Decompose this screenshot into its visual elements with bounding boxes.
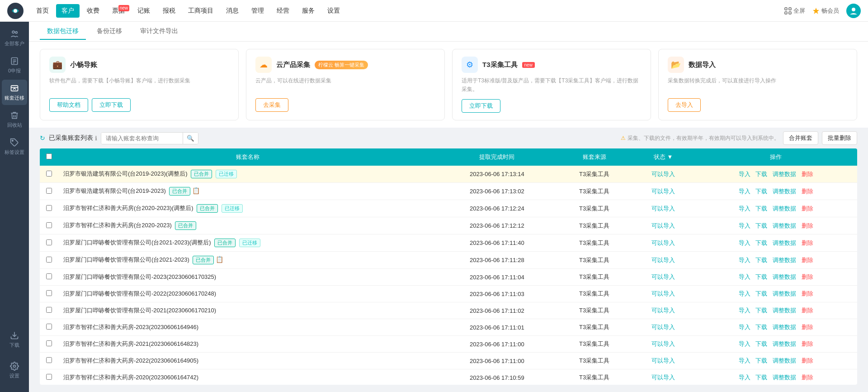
fullscreen-button[interactable]: 全屏 bbox=[784, 7, 805, 15]
import-link[interactable]: 导入 bbox=[739, 307, 750, 314]
card3-download-btn[interactable]: 立即下载 bbox=[462, 99, 500, 113]
row-checkbox-2[interactable] bbox=[46, 205, 52, 211]
adjust-link[interactable]: 调整数据 bbox=[773, 188, 796, 195]
download-link[interactable]: 下载 bbox=[755, 357, 767, 364]
row-checkbox-6[interactable] bbox=[46, 273, 52, 279]
import-link[interactable]: 导入 bbox=[739, 239, 750, 246]
adjust-link[interactable]: 调整数据 bbox=[773, 374, 796, 381]
search-input[interactable] bbox=[101, 133, 183, 144]
import-link[interactable]: 导入 bbox=[739, 340, 750, 347]
download-link[interactable]: 下载 bbox=[755, 171, 767, 177]
delete-link[interactable]: 删除 bbox=[802, 205, 813, 212]
tab-data-migrate[interactable]: 数据包迁移 bbox=[40, 24, 86, 40]
import-link[interactable]: 导入 bbox=[739, 290, 750, 297]
download-link[interactable]: 下载 bbox=[755, 239, 767, 246]
nav-charge[interactable]: 收费 bbox=[81, 4, 105, 18]
info-icon[interactable]: ℹ bbox=[95, 135, 97, 142]
import-link[interactable]: 导入 bbox=[739, 257, 750, 263]
tab-audit-export[interactable]: 审计文件导出 bbox=[133, 24, 185, 40]
sidebar-item-tag-settings[interactable]: 标签设置 bbox=[2, 134, 27, 159]
row-checkbox-5[interactable] bbox=[46, 257, 52, 263]
adjust-link[interactable]: 调整数据 bbox=[773, 257, 796, 263]
delete-link[interactable]: 删除 bbox=[802, 171, 813, 177]
row-checkbox-8[interactable] bbox=[46, 307, 52, 313]
adjust-link[interactable]: 调整数据 bbox=[773, 290, 796, 297]
nav-commerce[interactable]: 工商项目 bbox=[183, 4, 219, 18]
nav-bookkeep[interactable]: 记账 bbox=[132, 4, 156, 18]
adjust-link[interactable]: 调整数据 bbox=[773, 205, 796, 212]
import-link[interactable]: 导入 bbox=[739, 171, 750, 177]
delete-link[interactable]: 删除 bbox=[802, 188, 813, 195]
download-link[interactable]: 下载 bbox=[755, 188, 767, 195]
sidebar-item-all-clients[interactable]: 全部客户 bbox=[2, 25, 27, 51]
card1-help-btn[interactable]: 帮助文档 bbox=[49, 98, 88, 112]
import-link[interactable]: 导入 bbox=[739, 188, 750, 195]
user-avatar[interactable] bbox=[846, 4, 861, 18]
import-link[interactable]: 导入 bbox=[739, 205, 750, 212]
sidebar-item-settings[interactable]: 设置 bbox=[2, 358, 27, 383]
download-link[interactable]: 下载 bbox=[755, 257, 767, 263]
row-checkbox-0[interactable] bbox=[46, 171, 52, 177]
delete-link[interactable]: 删除 bbox=[802, 374, 813, 381]
import-link[interactable]: 导入 bbox=[739, 222, 750, 229]
delete-link[interactable]: 删除 bbox=[802, 340, 813, 347]
sidebar-item-migrate[interactable]: 账套迁移 bbox=[2, 80, 27, 105]
row-checkbox-1[interactable] bbox=[46, 188, 52, 194]
nav-service[interactable]: 服务 bbox=[297, 4, 320, 18]
nav-home[interactable]: 首页 bbox=[31, 4, 54, 18]
delete-link[interactable]: 删除 bbox=[802, 273, 813, 280]
adjust-link[interactable]: 调整数据 bbox=[773, 357, 796, 364]
adjust-link[interactable]: 调整数据 bbox=[773, 307, 796, 314]
import-link[interactable]: 导入 bbox=[739, 273, 750, 280]
refresh-icon[interactable]: ↻ bbox=[40, 134, 45, 142]
logo-icon[interactable] bbox=[7, 3, 24, 19]
adjust-link[interactable]: 调整数据 bbox=[773, 273, 796, 280]
nav-bill[interactable]: 票据 new bbox=[107, 4, 130, 18]
delete-link[interactable]: 删除 bbox=[802, 257, 813, 263]
nav-business[interactable]: 经营 bbox=[271, 4, 295, 18]
row-checkbox-10[interactable] bbox=[46, 340, 52, 346]
sidebar-item-recycle[interactable]: 回收站 bbox=[2, 107, 27, 132]
import-link[interactable]: 导入 bbox=[739, 324, 750, 330]
nav-manage[interactable]: 管理 bbox=[246, 4, 269, 18]
adjust-link[interactable]: 调整数据 bbox=[773, 171, 796, 177]
sidebar-item-zero-report[interactable]: 0申报 bbox=[2, 53, 27, 78]
search-button[interactable]: 🔍 bbox=[183, 133, 198, 144]
delete-link[interactable]: 删除 bbox=[802, 290, 813, 297]
delete-link[interactable]: 删除 bbox=[802, 324, 813, 330]
member-button[interactable]: 畅会员 bbox=[812, 7, 839, 15]
select-all-checkbox[interactable] bbox=[46, 153, 52, 159]
nav-client[interactable]: 客户 bbox=[56, 4, 80, 18]
delete-link[interactable]: 删除 bbox=[802, 307, 813, 314]
sidebar-item-download[interactable]: 下载 bbox=[2, 327, 27, 352]
download-link[interactable]: 下载 bbox=[755, 222, 767, 229]
download-link[interactable]: 下载 bbox=[755, 340, 767, 347]
nav-tax[interactable]: 报税 bbox=[157, 4, 181, 18]
adjust-link[interactable]: 调整数据 bbox=[773, 222, 796, 229]
import-link[interactable]: 导入 bbox=[739, 357, 750, 364]
download-link[interactable]: 下载 bbox=[755, 290, 767, 297]
card2-collect-btn[interactable]: 去采集 bbox=[255, 98, 288, 112]
row-checkbox-3[interactable] bbox=[46, 222, 52, 228]
card1-download-btn[interactable]: 立即下载 bbox=[92, 98, 131, 112]
row-checkbox-12[interactable] bbox=[46, 374, 52, 380]
delete-link[interactable]: 删除 bbox=[802, 357, 813, 364]
bulk-delete-btn[interactable]: 批量删除 bbox=[822, 131, 857, 145]
col-status[interactable]: 状态 ▼ bbox=[632, 148, 695, 166]
row-checkbox-7[interactable] bbox=[46, 290, 52, 296]
card4-import-btn[interactable]: 去导入 bbox=[668, 98, 701, 112]
adjust-link[interactable]: 调整数据 bbox=[773, 239, 796, 246]
delete-link[interactable]: 删除 bbox=[802, 222, 813, 229]
download-link[interactable]: 下载 bbox=[755, 205, 767, 212]
adjust-link[interactable]: 调整数据 bbox=[773, 324, 796, 330]
tab-backup-migrate[interactable]: 备份迁移 bbox=[90, 24, 129, 40]
download-link[interactable]: 下载 bbox=[755, 324, 767, 330]
download-link[interactable]: 下载 bbox=[755, 273, 767, 280]
row-checkbox-4[interactable] bbox=[46, 239, 52, 245]
delete-link[interactable]: 删除 bbox=[802, 239, 813, 246]
adjust-link[interactable]: 调整数据 bbox=[773, 340, 796, 347]
download-link[interactable]: 下载 bbox=[755, 374, 767, 381]
download-link[interactable]: 下载 bbox=[755, 307, 767, 314]
merge-btn[interactable]: 合并账套 bbox=[783, 131, 818, 145]
nav-settings[interactable]: 设置 bbox=[322, 4, 345, 18]
